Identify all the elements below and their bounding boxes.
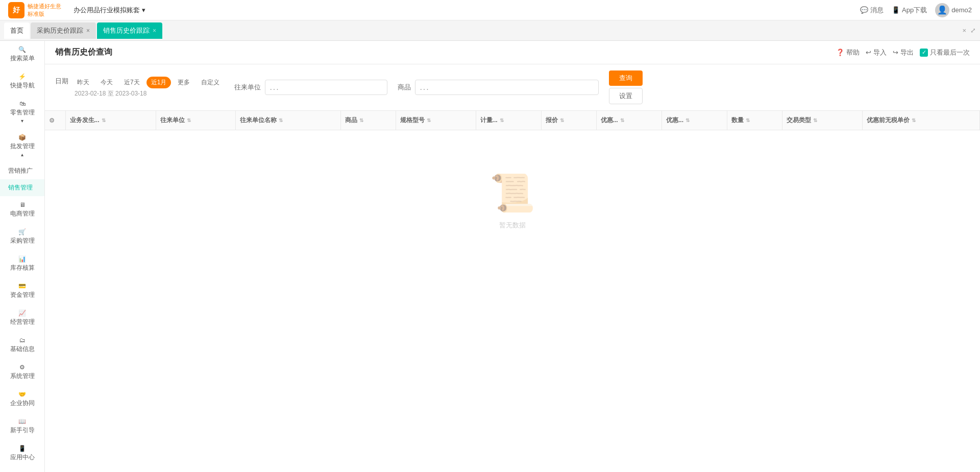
sidebar-item-wholesale[interactable]: 📦 批发管理 ▴ — [0, 129, 44, 162]
partner-filter: 往来单位 ... — [234, 80, 387, 95]
sort-icon-trade-type[interactable]: ⇅ — [813, 117, 817, 123]
avatar: 👤 — [935, 3, 949, 17]
date-btn-today[interactable]: 今天 — [96, 77, 117, 88]
sidebar-item-corp[interactable]: 🤝 企业协同 — [0, 386, 44, 413]
sidebar-item-finance[interactable]: 💳 资金管理 — [0, 277, 44, 304]
basic-icon: 🗂 — [19, 337, 26, 344]
sidebar: 🔍 搜索菜单 ⚡ 快捷导航 🛍 零售管理 ▾ 📦 批发管理 ▴ 营销推广 销售管… — [0, 41, 45, 472]
column-settings-icon[interactable]: ⚙ — [49, 117, 55, 124]
import-icon: ↩ — [866, 49, 871, 56]
content-area: 销售历史价查询 ❓ 帮助 ↩ 导入 ↪ 导出 ✓ 只看最后一次 — [45, 41, 980, 472]
ops-icon: 📈 — [18, 310, 26, 317]
tab-sales-history[interactable]: 销售历史价跟踪 × — [97, 22, 162, 39]
guide-icon: 📖 — [18, 418, 26, 425]
product-input[interactable]: ... — [415, 80, 599, 95]
message-action[interactable]: 💬 消息 — [860, 6, 884, 15]
date-btn-more[interactable]: 更多 — [173, 77, 194, 88]
chevron-down-icon: ▾ — [142, 6, 145, 14]
tab-purchase-history[interactable]: 采购历史价跟踪 × — [31, 22, 96, 39]
date-range-display: 2023-02-18 至 2023-03-18 — [75, 89, 224, 98]
date-btn-custom[interactable]: 自定义 — [197, 77, 224, 88]
table-container: ⚙ 业务发生... ⇅ 往来单位 ⇅ — [45, 111, 980, 472]
col-qty: 数量 ⇅ — [727, 111, 782, 130]
col-spec: 规格型号 ⇅ — [396, 111, 476, 130]
user-action[interactable]: 👤 demo2 — [935, 3, 972, 17]
download-icon: 📱 — [892, 6, 900, 14]
app-selector[interactable]: 办公用品行业模拟账套 ▾ — [74, 6, 145, 15]
import-action[interactable]: ↩ 导入 — [866, 48, 887, 57]
system-icon: ⚙ — [19, 364, 25, 371]
date-btn-7days[interactable]: 近7天 — [119, 77, 144, 88]
shortcuts-icon: ⚡ — [18, 73, 26, 80]
message-icon: 💬 — [860, 6, 868, 14]
checkbox-icon: ✓ — [920, 49, 928, 57]
sidebar-item-stock[interactable]: 📊 库存核算 — [0, 250, 44, 277]
sidebar-item-ecom[interactable]: 🖥 电商管理 — [0, 196, 44, 223]
empty-text: 暂无数据 — [499, 221, 526, 230]
ecom-icon: 🖥 — [19, 201, 26, 208]
sidebar-item-app[interactable]: 📱 应用中心 — [0, 440, 44, 467]
sort-icon-spec[interactable]: ⇅ — [427, 117, 431, 123]
col-quote: 报价 ⇅ — [541, 111, 596, 130]
help-icon: ❓ — [836, 49, 844, 56]
sidebar-item-shortcuts[interactable]: ⚡ 快捷导航 — [0, 68, 44, 95]
empty-state-inner: 📜 暂无数据 — [489, 130, 535, 271]
sort-icon-partner-code[interactable]: ⇅ — [187, 117, 191, 123]
sort-icon-discount1[interactable]: ⇅ — [620, 117, 624, 123]
sidebar-item-basic[interactable]: 🗂 基础信息 — [0, 332, 44, 359]
partner-placeholder: ... — [270, 83, 279, 92]
sidebar-item-wechat[interactable]: 💬 企业微信 — [0, 467, 44, 472]
date-btn-yesterday[interactable]: 昨天 — [72, 77, 94, 88]
sidebar-item-ops[interactable]: 📈 经营管理 — [0, 304, 44, 332]
purchase-icon: 🛒 — [18, 228, 26, 235]
action-buttons: 查询 设置 — [609, 70, 643, 104]
maximize-icon[interactable]: ⤢ — [970, 27, 976, 34]
data-table: ⚙ 业务发生... ⇅ 往来单位 ⇅ — [45, 111, 980, 130]
partner-input[interactable]: ... — [265, 80, 387, 95]
partner-label: 往来单位 — [234, 83, 261, 92]
download-action[interactable]: 📱 App下载 — [892, 6, 927, 15]
sidebar-subitem-sales[interactable]: 销售管理 — [0, 179, 44, 196]
retail-icon: 🛍 — [19, 100, 26, 107]
tab-home[interactable]: 首页 — [4, 22, 30, 39]
export-action[interactable]: ↪ 导出 — [893, 48, 914, 57]
sidebar-item-retail[interactable]: 🛍 零售管理 ▾ — [0, 95, 44, 129]
product-placeholder: ... — [420, 83, 429, 92]
help-action[interactable]: ❓ 帮助 — [836, 48, 860, 57]
tab-bar: 首页 采购历史价跟踪 × 销售历史价跟踪 × × ⤢ — [0, 20, 980, 41]
logo-area: 好 畅捷通好生意 标准版 — [8, 2, 61, 18]
sidebar-item-system[interactable]: ⚙ 系统管理 — [0, 359, 44, 386]
close-tab-sales[interactable]: × — [153, 27, 156, 34]
col-partner-code: 往来单位 ⇅ — [156, 111, 236, 130]
header-actions: ❓ 帮助 ↩ 导入 ↪ 导出 ✓ 只看最后一次 — [836, 48, 970, 57]
col-unit: 计量... ⇅ — [476, 111, 541, 130]
sort-icon-partner-name[interactable]: ⇅ — [279, 117, 283, 123]
date-buttons: 昨天 今天 近7天 近1月 更多 自定义 — [72, 77, 224, 88]
wholesale-icon: 📦 — [18, 134, 26, 141]
sort-icon-pre-tax[interactable]: ⇅ — [912, 117, 916, 123]
stock-icon: 📊 — [18, 255, 26, 263]
sort-icon-discount2[interactable]: ⇅ — [685, 117, 690, 123]
sidebar-item-purchase[interactable]: 🛒 采购管理 — [0, 223, 44, 250]
corp-icon: 🤝 — [18, 391, 26, 398]
query-button[interactable]: 查询 — [609, 70, 643, 86]
tab-bar-actions: × ⤢ — [962, 27, 976, 34]
sort-icon-product[interactable]: ⇅ — [359, 117, 363, 123]
col-discount2: 优惠... ⇅ — [662, 111, 727, 130]
close-all-icon[interactable]: × — [962, 27, 966, 34]
sort-icon-biz-date[interactable]: ⇅ — [102, 117, 106, 123]
sort-icon-qty[interactable]: ⇅ — [746, 117, 750, 123]
col-product: 商品 ⇅ — [340, 111, 396, 130]
date-btn-1month[interactable]: 近1月 — [146, 77, 172, 88]
only-last-toggle[interactable]: ✓ 只看最后一次 — [920, 48, 970, 57]
logo-text: 畅捷通好生意 标准版 — [28, 3, 61, 17]
close-tab-purchase[interactable]: × — [86, 27, 90, 34]
chevron-up-icon: ▴ — [21, 152, 23, 157]
sort-icon-unit[interactable]: ⇅ — [500, 117, 504, 123]
sidebar-item-guide[interactable]: 📖 新手引导 — [0, 413, 44, 440]
setting-button[interactable]: 设置 — [609, 88, 643, 104]
sidebar-item-search[interactable]: 🔍 搜索菜单 — [0, 41, 44, 68]
sidebar-subitem-marketing[interactable]: 营销推广 — [0, 162, 44, 179]
product-filter: 商品 ... — [398, 80, 599, 95]
sort-icon-quote[interactable]: ⇅ — [560, 117, 564, 123]
